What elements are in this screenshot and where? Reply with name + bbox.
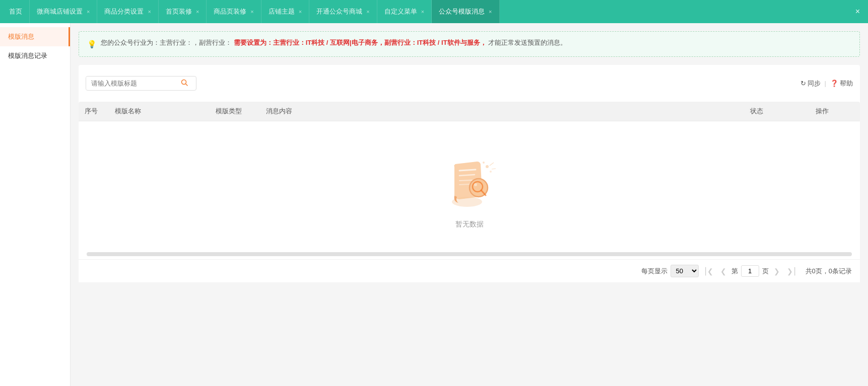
empty-state-row: 暂无数据 bbox=[79, 121, 860, 250]
tab-home[interactable]: 首页 bbox=[2, 0, 30, 23]
col-header-action: 操作 bbox=[810, 102, 860, 121]
search-input[interactable] bbox=[86, 77, 177, 90]
pagination: 每页显示 50 10 20 100 ⎮❮ ❮ 第 页 ❯ ❯⎮ 共0页，0条记录 bbox=[79, 259, 860, 282]
svg-line-5 bbox=[459, 180, 472, 181]
sync-icon: ↻ bbox=[800, 80, 806, 87]
tab-custommenu[interactable]: 自定义菜单 × bbox=[377, 0, 432, 23]
table-header-row: 序号 模版名称 模版类型 消息内容 状态 bbox=[79, 102, 860, 121]
col-header-type: 模版类型 bbox=[210, 102, 260, 121]
svg-line-6 bbox=[459, 184, 470, 185]
help-icon: ❓ bbox=[830, 80, 838, 87]
horizontal-scrollbar[interactable] bbox=[87, 252, 852, 256]
bulb-icon: 💡 bbox=[87, 38, 97, 50]
svg-line-3 bbox=[459, 170, 476, 171]
empty-text: 暂无数据 bbox=[79, 220, 860, 229]
svg-point-11 bbox=[486, 165, 489, 168]
page-unit-label: 页 bbox=[762, 267, 769, 276]
search-right: ↻ 同步 | ❓ 帮助 bbox=[800, 79, 853, 88]
sidebar-item-template-msg[interactable]: 模版消息 bbox=[0, 27, 70, 46]
main-layout: 模版消息 模版消息记录 💡 您的公众号行业为：主营行业：，副营行业： 需要设置为… bbox=[0, 23, 868, 386]
col-header-seq: 序号 bbox=[79, 102, 109, 121]
tab-openstore[interactable]: 开通公众号商城 × bbox=[309, 0, 377, 23]
close-tab-homepage[interactable]: × bbox=[196, 9, 199, 15]
svg-line-15 bbox=[492, 169, 496, 169]
close-tab-theme[interactable]: × bbox=[299, 9, 302, 15]
next-page-btn[interactable]: ❯ bbox=[772, 266, 782, 276]
sidebar: 模版消息 模版消息记录 bbox=[0, 23, 71, 386]
svg-point-12 bbox=[490, 171, 492, 173]
page-prefix-label: 第 bbox=[731, 267, 738, 276]
divider: | bbox=[825, 80, 826, 87]
close-tab-wshop[interactable]: × bbox=[87, 9, 90, 15]
svg-line-1 bbox=[186, 84, 188, 86]
top-nav: 首页 微商城店铺设置 × 商品分类设置 × 首页装修 × 商品页装修 × 店铺主… bbox=[0, 0, 868, 23]
search-bar: ↻ 同步 | ❓ 帮助 bbox=[79, 71, 860, 96]
svg-line-14 bbox=[490, 163, 494, 166]
close-tab-openstore[interactable]: × bbox=[366, 9, 369, 15]
notice-text: 您的公众号行业为：主营行业：，副营行业： 需要设置为：主营行业：IT科技 / 互… bbox=[101, 38, 567, 48]
search-button[interactable] bbox=[177, 76, 192, 90]
tab-homepage[interactable]: 首页装修 × bbox=[159, 0, 207, 23]
prev-page-btn[interactable]: ❮ bbox=[718, 266, 728, 276]
empty-state-cell: 暂无数据 bbox=[79, 121, 860, 250]
search-input-wrapper bbox=[86, 76, 196, 91]
close-tab-category[interactable]: × bbox=[148, 9, 151, 15]
sidebar-item-template-record[interactable]: 模版消息记录 bbox=[0, 46, 70, 65]
tab-theme[interactable]: 店铺主题 × bbox=[261, 0, 309, 23]
page-size-select[interactable]: 50 10 20 100 bbox=[671, 265, 699, 277]
col-header-status: 状态 bbox=[744, 102, 810, 121]
content-area: 💡 您的公众号行业为：主营行业：，副营行业： 需要设置为：主营行业：IT科技 /… bbox=[71, 23, 868, 386]
total-label: 共0页，0条记录 bbox=[806, 267, 852, 276]
table-card: ↻ 同步 | ❓ 帮助 序号 bbox=[79, 65, 860, 282]
close-tab-custommenu[interactable]: × bbox=[421, 9, 424, 15]
empty-illustration bbox=[439, 151, 500, 212]
close-tab-template[interactable]: × bbox=[489, 9, 492, 15]
empty-state: 暂无数据 bbox=[79, 121, 860, 249]
page-size-label: 每页显示 bbox=[641, 267, 667, 276]
tab-template[interactable]: 公众号模版消息 × bbox=[432, 0, 499, 23]
notice-box: 💡 您的公众号行业为：主营行业：，副营行业： 需要设置为：主营行业：IT科技 /… bbox=[79, 31, 860, 57]
page-number-input[interactable] bbox=[741, 265, 759, 277]
empty-svg bbox=[439, 151, 500, 212]
scroll-area bbox=[79, 249, 860, 259]
first-page-btn[interactable]: ⎮❮ bbox=[702, 266, 715, 276]
close-all-tabs[interactable]: × bbox=[849, 7, 866, 16]
tab-productpage[interactable]: 商品页装修 × bbox=[207, 0, 261, 23]
col-header-content: 消息内容 bbox=[260, 102, 744, 121]
help-button[interactable]: ❓ 帮助 bbox=[830, 79, 853, 88]
tab-category[interactable]: 商品分类设置 × bbox=[97, 0, 158, 23]
close-tab-productpage[interactable]: × bbox=[250, 9, 253, 15]
tab-wshop[interactable]: 微商城店铺设置 × bbox=[30, 0, 97, 23]
sync-button[interactable]: ↻ 同步 bbox=[800, 79, 821, 88]
last-page-btn[interactable]: ❯⎮ bbox=[785, 266, 798, 276]
svg-point-13 bbox=[483, 162, 485, 164]
data-table: 序号 模版名称 模版类型 消息内容 状态 bbox=[79, 102, 860, 249]
svg-point-10 bbox=[474, 183, 477, 186]
col-header-name: 模版名称 bbox=[109, 102, 210, 121]
search-icon bbox=[181, 79, 188, 86]
